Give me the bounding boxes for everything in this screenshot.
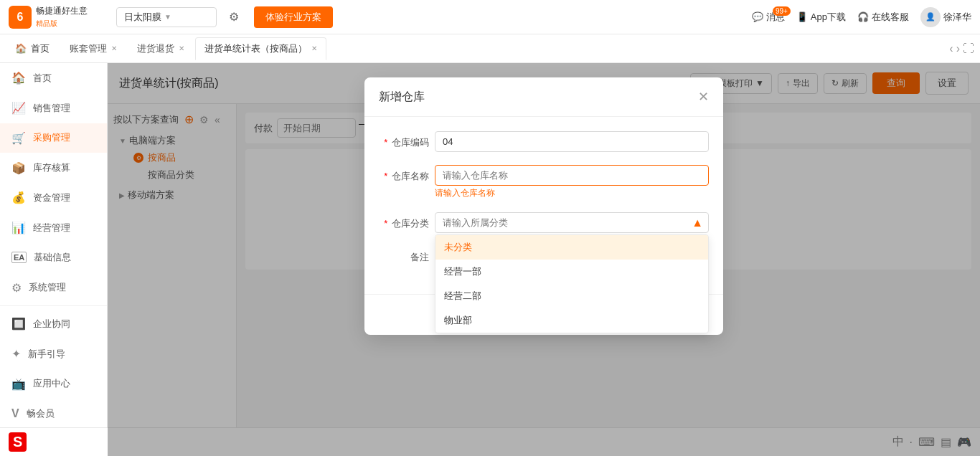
code-row: * 仓库编码 [379, 131, 709, 152]
sidebar-item-vip[interactable]: V 畅会员 [0, 399, 107, 429]
purchase-icon: 🛒 [11, 131, 26, 145]
notes-label: 备注 [379, 246, 429, 264]
message-icon: 💬 [752, 11, 763, 22]
sidebar-item-sales[interactable]: 📈 销售管理 [0, 93, 107, 123]
sales-icon: 📈 [11, 101, 26, 115]
sidebar-item-purchase[interactable]: 🛒 采购管理 [0, 123, 107, 153]
tab-bar: 🏠 首页 账套管理 ✕ 进货退货 ✕ 进货单统计表（按商品） ✕ ‹ › ⛶ [0, 34, 980, 63]
logo-icon: 6 [9, 6, 32, 29]
logo-text: 畅捷通好生意 精品版 [36, 5, 88, 29]
operations-icon: 📊 [11, 221, 26, 234]
tab-purchase-stats[interactable]: 进货单统计表（按商品） ✕ [195, 37, 326, 60]
category-control: ▲ 未分类 经营一部 经营二部 物业部 [435, 212, 709, 233]
sidebar-item-system[interactable]: ⚙ 系统管理 [0, 272, 107, 303]
message-button[interactable]: 💬 消息 99+ [752, 11, 785, 24]
home-icon: 🏠 [11, 71, 26, 85]
header-right: 💬 消息 99+ 📱 App下载 🎧 在线客服 👤 徐泽华 [752, 7, 971, 27]
tab-close-accounts[interactable]: ✕ [111, 44, 117, 52]
tab-accounts[interactable]: 账套管理 ✕ [60, 37, 126, 60]
dialog-title: 新增仓库 [379, 90, 425, 105]
dropdown-item-dept1[interactable]: 经营一部 [435, 260, 708, 284]
dropdown-item-unclassified[interactable]: 未分类 [435, 235, 708, 260]
category-arrow-icon[interactable]: ▲ [692, 217, 703, 229]
category-label: * 仓库分类 [379, 212, 429, 230]
inventory-icon: 📦 [11, 161, 26, 175]
name-error-msg: 请输入仓库名称 [435, 187, 709, 199]
dialog-body: * 仓库编码 * 仓库名称 [364, 117, 723, 294]
store-selector[interactable]: 日太阳膜 ▼ [116, 7, 217, 27]
tab-controls[interactable]: ‹ › ⛶ [949, 42, 974, 55]
app-download-button[interactable]: 📱 App下载 [796, 11, 846, 24]
name-row: * 仓库名称 请输入仓库名称 [379, 165, 709, 199]
enterprise-icon: 🔲 [11, 317, 26, 331]
sidebar-item-inventory[interactable]: 📦 库存核算 [0, 153, 107, 183]
name-label: * 仓库名称 [379, 165, 429, 183]
app-center-icon: 📺 [11, 377, 26, 391]
sidebar-item-basic-info[interactable]: EA 基础信息 [0, 243, 107, 273]
new-warehouse-dialog: 新增仓库 ✕ * 仓库编码 [364, 77, 723, 335]
finance-icon: 💰 [11, 191, 26, 204]
tab-home[interactable]: 🏠 首页 [6, 37, 59, 60]
sidebar-item-guide[interactable]: ✦ 新手引导 [0, 339, 107, 369]
avatar: 👤 [920, 7, 941, 27]
headset-icon: 🎧 [857, 11, 869, 22]
code-input[interactable] [435, 131, 709, 152]
category-input[interactable] [435, 212, 709, 233]
bottom-left: S [9, 432, 27, 452]
name-control: 请输入仓库名称 [435, 165, 709, 199]
phone-icon: 📱 [796, 11, 808, 22]
message-badge: 99+ [773, 6, 791, 16]
vip-icon: V [11, 407, 19, 420]
sidebar-item-home[interactable]: 🏠 首页 [0, 63, 107, 93]
user-profile[interactable]: 👤 徐泽华 [920, 7, 971, 27]
code-control [435, 131, 709, 152]
content-area: 进货单统计(按商品) 🖨 按模板打印 ▼ ↑ 导出 ↻ 刷新 查询 设置 [108, 63, 980, 456]
category-dropdown: 未分类 经营一部 经营二部 物业部 [435, 234, 709, 333]
dropdown-item-dept2[interactable]: 经营二部 [435, 284, 708, 308]
logo-area: 6 畅捷通好生意 精品版 [9, 5, 116, 29]
customer-service-button[interactable]: 🎧 在线客服 [857, 11, 909, 24]
sidebar-item-app-center[interactable]: 📺 应用中心 [0, 369, 107, 399]
category-row: * 仓库分类 ▲ 未分类 经营一部 经营二部 物业部 [379, 212, 709, 233]
tab-close-purchase-stats[interactable]: ✕ [311, 44, 317, 52]
system-icon: ⚙ [11, 281, 22, 295]
store-arrow-icon: ▼ [164, 13, 171, 21]
main-layout: 🏠 首页 📈 销售管理 🛒 采购管理 📦 库存核算 💰 资金管理 📊 经营管理 … [0, 63, 980, 456]
name-input[interactable] [435, 165, 709, 186]
sidebar-divider [0, 305, 107, 306]
tab-next-icon[interactable]: › [956, 42, 960, 55]
sidebar-item-finance[interactable]: 💰 资金管理 [0, 183, 107, 213]
sidebar: 🏠 首页 📈 销售管理 🛒 采购管理 📦 库存核算 💰 资金管理 📊 经营管理 … [0, 63, 108, 456]
sidebar-item-operations[interactable]: 📊 经营管理 [0, 213, 107, 243]
guide-icon: ✦ [11, 347, 21, 361]
tab-prev-icon[interactable]: ‹ [949, 42, 953, 55]
tab-fullscreen-icon[interactable]: ⛶ [963, 42, 974, 55]
tab-close-purchase-return[interactable]: ✕ [179, 44, 184, 52]
code-label: * 仓库编码 [379, 131, 429, 149]
basic-info-icon: EA [11, 252, 27, 263]
s-logo-icon: S [9, 432, 27, 452]
dialog-close-icon[interactable]: ✕ [698, 89, 709, 105]
top-header: 6 畅捷通好生意 精品版 日太阳膜 ▼ ⚙ 体验行业方案 💬 消息 99+ 📱 … [0, 0, 980, 34]
tab-purchase-return[interactable]: 进货退货 ✕ [128, 37, 194, 60]
dialog-overlay: 新增仓库 ✕ * 仓库编码 [108, 63, 980, 456]
settings-icon[interactable]: ⚙ [222, 6, 245, 29]
sidebar-item-enterprise[interactable]: 🔲 企业协同 [0, 309, 107, 339]
dropdown-item-dept3[interactable]: 物业部 [435, 308, 708, 333]
trial-button[interactable]: 体验行业方案 [254, 6, 333, 28]
dialog-header: 新增仓库 ✕ [364, 77, 723, 117]
